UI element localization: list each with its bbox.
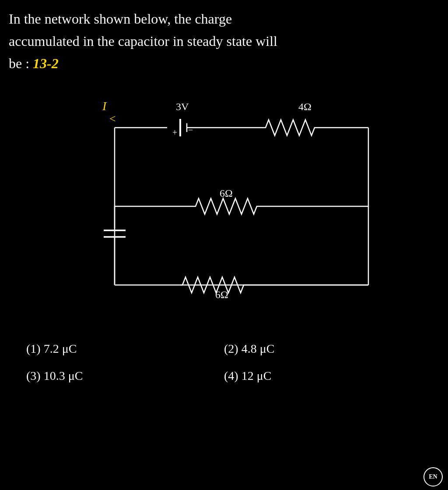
svg-text:−: − <box>188 125 193 135</box>
question-text: In the network shown below, the charge a… <box>0 0 448 80</box>
question-line2: accumulated in the capacitor in steady s… <box>9 33 277 49</box>
svg-text:<: < <box>109 112 116 125</box>
question-line1: In the network shown below, the charge <box>9 11 232 27</box>
options-grid: (1) 7.2 μC (2) 4.8 μC (3) 10.3 μC (4) 12… <box>0 333 448 392</box>
option-4[interactable]: (4) 12 μC <box>224 369 422 383</box>
answer-highlight: 13-2 <box>33 56 59 71</box>
svg-text:3V: 3V <box>176 101 189 112</box>
circuit-container: I < 3V 4Ω + − 6Ω <box>71 84 377 324</box>
question-line3: be : <box>9 56 33 71</box>
option-1[interactable]: (1) 7.2 μC <box>26 342 224 356</box>
en-badge: EN <box>424 467 443 487</box>
svg-text:I: I <box>102 99 107 113</box>
svg-text:+: + <box>172 128 177 137</box>
option-2[interactable]: (2) 4.8 μC <box>224 342 422 356</box>
option-3[interactable]: (3) 10.3 μC <box>26 369 224 383</box>
svg-text:4Ω: 4Ω <box>298 101 312 112</box>
svg-text:6Ω: 6Ω <box>220 188 233 199</box>
